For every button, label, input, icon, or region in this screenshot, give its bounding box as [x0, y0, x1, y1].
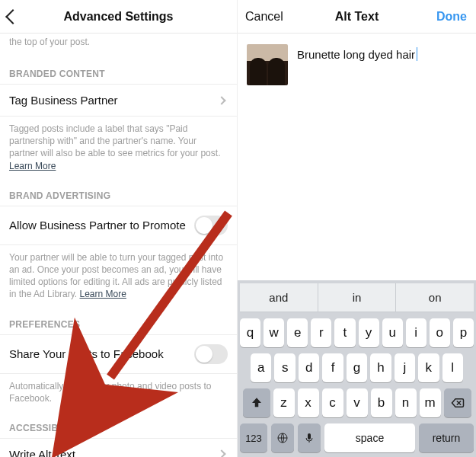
- row-label: Write Alt Text: [9, 448, 75, 457]
- key-t[interactable]: t: [334, 318, 355, 347]
- mic-key[interactable]: [298, 423, 321, 452]
- allow-partner-promote-row[interactable]: Allow Business Partner to Promote: [0, 206, 237, 245]
- alt-text-compose: Brunette long dyed hair: [238, 34, 476, 96]
- backspace-key[interactable]: [444, 388, 471, 417]
- learn-more-link[interactable]: Learn More: [80, 289, 126, 299]
- brand-advertising-caption: Your partner will be able to turn your t…: [0, 245, 237, 305]
- shift-icon: [250, 396, 264, 410]
- navbar-advanced: Advanced Settings: [0, 0, 237, 34]
- key-j[interactable]: j: [395, 353, 415, 382]
- ios-keyboard: and in on q w e r t y u i o p a s d f: [238, 280, 476, 457]
- shift-key[interactable]: [243, 388, 270, 417]
- settings-scroll[interactable]: the top of your post. BRANDED CONTENT Ta…: [0, 34, 237, 457]
- section-accessibility: ACCESSIBILITY: [0, 409, 237, 438]
- advanced-settings-pane: Advanced Settings the top of your post. …: [0, 0, 238, 457]
- key-f[interactable]: f: [322, 353, 343, 382]
- key-c[interactable]: c: [322, 388, 343, 417]
- key-a[interactable]: a: [251, 353, 271, 382]
- truncated-text: the top of your post.: [0, 34, 237, 55]
- key-o[interactable]: o: [430, 318, 450, 347]
- prediction-option[interactable]: on: [395, 283, 474, 312]
- key-b[interactable]: b: [371, 388, 392, 417]
- tag-business-partner-row[interactable]: Tag Business Partner: [0, 84, 237, 117]
- key-w[interactable]: w: [264, 318, 284, 347]
- backspace-icon: [451, 396, 465, 410]
- section-preferences: PREFERENCES: [0, 305, 237, 334]
- keyboard-row-3: z x c v b n m: [240, 388, 474, 417]
- row-label: Tag Business Partner: [9, 94, 118, 107]
- key-u[interactable]: u: [382, 318, 403, 347]
- key-z[interactable]: z: [273, 388, 295, 417]
- chevron-left-icon: [5, 9, 21, 24]
- alt-text-value: Brunette long dyed hair: [297, 48, 415, 61]
- key-p[interactable]: p: [453, 318, 474, 347]
- text-caret: [417, 47, 417, 61]
- prediction-option[interactable]: and: [240, 283, 318, 312]
- key-s[interactable]: s: [274, 353, 295, 382]
- globe-key[interactable]: [271, 423, 294, 452]
- globe-icon: [276, 432, 289, 444]
- chevron-right-icon: [217, 450, 225, 457]
- done-button[interactable]: Done: [436, 0, 467, 34]
- key-k[interactable]: k: [418, 353, 439, 382]
- navbar-alt-text: Cancel Alt Text Done: [238, 0, 476, 34]
- key-n[interactable]: n: [395, 388, 417, 417]
- key-m[interactable]: m: [420, 388, 441, 417]
- page-title: Alt Text: [335, 10, 379, 24]
- keyboard-row-bottom: 123 space return: [240, 423, 474, 452]
- key-d[interactable]: d: [299, 353, 319, 382]
- row-label: Allow Business Partner to Promote: [9, 219, 186, 232]
- cancel-button[interactable]: Cancel: [245, 0, 283, 34]
- return-key[interactable]: return: [419, 423, 474, 452]
- page-title: Advanced Settings: [63, 10, 173, 24]
- alt-text-pane: Cancel Alt Text Done Brunette long dyed …: [238, 0, 476, 457]
- branded-content-caption: Tagged posts include a label that says "…: [0, 117, 237, 177]
- prediction-bar: and in on: [240, 283, 474, 312]
- space-key[interactable]: space: [324, 423, 415, 452]
- row-label: Share Your Posts to Facebook: [9, 347, 164, 360]
- chevron-right-icon: [217, 96, 225, 104]
- key-y[interactable]: y: [359, 318, 379, 347]
- keyboard-row-1: q w e r t y u i o p: [240, 318, 474, 347]
- mic-icon: [303, 432, 315, 444]
- learn-more-link[interactable]: Learn More: [9, 161, 56, 171]
- write-alt-text-row[interactable]: Write Alt Text: [0, 438, 237, 457]
- key-g[interactable]: g: [347, 353, 367, 382]
- facebook-toggle[interactable]: [194, 344, 228, 364]
- key-l[interactable]: l: [442, 353, 463, 382]
- section-brand-advertising: BRAND ADVERTISING: [0, 177, 237, 206]
- svg-rect-1: [308, 433, 311, 439]
- section-branded-content: BRANDED CONTENT: [0, 55, 237, 84]
- post-thumbnail: [247, 44, 288, 85]
- key-q[interactable]: q: [240, 318, 260, 347]
- alt-text-input[interactable]: Brunette long dyed hair: [297, 44, 467, 61]
- back-button[interactable]: [8, 0, 18, 34]
- key-h[interactable]: h: [370, 353, 391, 382]
- numbers-key[interactable]: 123: [240, 423, 267, 452]
- promote-toggle[interactable]: [194, 216, 228, 235]
- key-e[interactable]: e: [287, 318, 308, 347]
- keyboard-row-2: a s d f g h j k l: [240, 353, 474, 382]
- key-i[interactable]: i: [406, 318, 426, 347]
- key-v[interactable]: v: [347, 388, 368, 417]
- prediction-option[interactable]: in: [318, 283, 396, 312]
- preferences-caption: Automatically share your photo and video…: [0, 374, 237, 409]
- share-facebook-row[interactable]: Share Your Posts to Facebook: [0, 334, 237, 374]
- key-x[interactable]: x: [298, 388, 319, 417]
- key-r[interactable]: r: [311, 318, 331, 347]
